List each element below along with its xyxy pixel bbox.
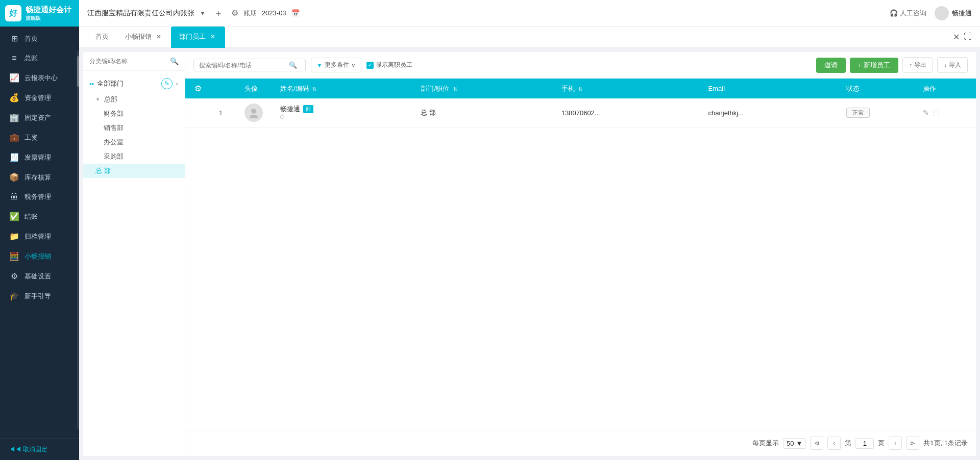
close-all-tabs-icon[interactable]: ✕ [953, 32, 960, 42]
dept-item-selected-zongbu[interactable]: 总 部 [83, 164, 185, 178]
user-name: 畅捷通 [952, 9, 972, 18]
sidebar-item-basic-settings[interactable]: ⚙ 基础设置 [0, 266, 79, 286]
dept-edit-icon[interactable]: ✎ [161, 78, 173, 89]
company-dropdown-icon[interactable]: ▼ [200, 10, 206, 17]
dept-root-all[interactable]: ▪▪ 全部部门 ✎ « [83, 75, 185, 92]
ledger-icon: ≡ [9, 54, 19, 63]
dept-item-xiaoshoubu[interactable]: 销售部 [83, 121, 185, 135]
table-settings-icon[interactable]: ⚙ [194, 84, 202, 93]
company-name[interactable]: 江西服宝精品有限责任公司内账张 [87, 9, 194, 18]
logout-icon[interactable]: ⬚ [933, 109, 940, 117]
action-icons: ✎ ⬚ [923, 109, 968, 117]
sidebar-item-general-ledger[interactable]: ≡ 总账 [0, 48, 79, 68]
svg-point-0 [251, 109, 256, 114]
sidebar-scrollbar-thumb [77, 56, 79, 87]
import-icon: ↓ [944, 62, 947, 69]
page-total: 共1页, 1条记录 [923, 439, 968, 448]
guide-icon: 🎓 [9, 291, 19, 301]
avatar [935, 6, 949, 20]
dept-search-input[interactable] [89, 58, 167, 65]
show-resigned-label[interactable]: ✓ 显示离职员工 [366, 61, 412, 69]
dept-collapse-icon[interactable]: « [176, 81, 179, 87]
row-phone: 138070602... [553, 98, 700, 127]
main-area: 江西服宝精品有限责任公司内账张 ▼ ＋ ⚙ 账期 2023-03 📅 🎧 人工咨… [79, 0, 980, 460]
col-email: Email [700, 79, 838, 98]
pagination: 每页显示 50 ▼ ⊲ ‹ 第 页 › ⊳ 共1页, 1条记录 [185, 430, 976, 456]
tab-home[interactable]: 首页 [87, 27, 117, 48]
col-phone[interactable]: 手机 ⇅ [553, 79, 700, 98]
dept-item-caiwubu[interactable]: 财务部 [83, 107, 185, 121]
prev-page-button[interactable]: ‹ [827, 437, 841, 450]
expand-icon[interactable]: ⛶ [964, 32, 972, 42]
invoice-icon: 🧾 [9, 152, 19, 162]
sidebar-item-reports[interactable]: 📈 云报表中心 [0, 68, 79, 88]
checkout-icon: ✅ [9, 212, 19, 221]
dept-search-icon[interactable]: 🔍 [170, 57, 179, 65]
invite-button[interactable]: 邀请 [816, 58, 846, 73]
sidebar-scrollbar[interactable] [77, 51, 79, 429]
sidebar-item-funds[interactable]: 💰 资金管理 [0, 88, 79, 108]
next-page-button[interactable]: › [889, 437, 902, 450]
sidebar-item-checkout[interactable]: ✅ 结账 [0, 207, 79, 226]
headset-icon: 🎧 [890, 9, 898, 17]
row-actions: ✎ ⬚ [915, 98, 976, 127]
table-row: 1 畅捷通 部 0 总 部 138070602... chanjethkj... [185, 98, 976, 127]
dropdown-arrow-icon: ∨ [351, 62, 356, 69]
add-account-button[interactable]: ＋ [211, 7, 226, 19]
col-settings[interactable]: ⚙ [185, 79, 211, 98]
calendar-icon[interactable]: 📅 [291, 9, 300, 17]
page-number-input[interactable] [855, 438, 874, 449]
employee-code: 0 [280, 114, 404, 121]
support-button[interactable]: 🎧 人工咨询 [890, 9, 926, 18]
sidebar-item-home[interactable]: ⊞ 首页 [0, 29, 79, 48]
page-size-dropdown-icon: ▼ [796, 440, 802, 447]
col-actions: 操作 [915, 79, 976, 98]
first-page-button[interactable]: ⊲ [810, 437, 823, 450]
last-page-button[interactable]: ⊳ [906, 437, 919, 450]
col-status: 状态 [838, 79, 915, 98]
sidebar-item-invoice[interactable]: 🧾 发票管理 [0, 147, 79, 167]
sidebar-item-tax[interactable]: 🏛 税务管理 [0, 187, 79, 207]
fixed-assets-icon: 🏢 [9, 113, 19, 122]
department-tree: ▪▪ 全部部门 ✎ « 总部 财务部 销售部 办公室 [83, 71, 185, 456]
user-area[interactable]: 畅捷通 [935, 6, 972, 20]
edit-icon[interactable]: ✎ [923, 109, 929, 117]
page-size-select[interactable]: 50 ▼ [783, 438, 806, 449]
dept-item-bangongshi[interactable]: 办公室 [83, 135, 185, 149]
status-badge: 正常 [846, 108, 870, 118]
account-settings-icon[interactable]: ⚙ [231, 8, 238, 18]
col-dept-position[interactable]: 部门/职位 ⇅ [412, 79, 553, 98]
row-status: 正常 [838, 98, 915, 127]
import-button[interactable]: ↓ 导入 [937, 57, 968, 73]
more-filter-button[interactable]: ▼ 更多条件 ∨ [311, 58, 361, 72]
avatar [244, 104, 263, 122]
row-dept-position: 总 部 [412, 98, 553, 127]
tab-close-bumenemployee[interactable]: ✕ [209, 33, 217, 41]
employee-search-icon[interactable]: 🔍 [289, 61, 297, 69]
sidebar-item-salary[interactable]: 💼 工资 [0, 127, 79, 147]
baoxiao-icon: 🧮 [9, 251, 19, 261]
tab-xiaochangbaoxiao[interactable]: 小畅报销 ✕ [117, 27, 171, 48]
show-resigned-checkbox[interactable]: ✓ [366, 62, 374, 69]
sidebar-item-inventory[interactable]: 📦 库存核算 [0, 167, 79, 187]
col-name-code[interactable]: 姓名/编码 ⇅ [272, 79, 412, 98]
employee-search-input[interactable] [199, 62, 286, 69]
sidebar-item-fixed-assets[interactable]: 🏢 固定资产 [0, 108, 79, 127]
sidebar: 好 畅捷通好会计 旗舰版 ⊞ 首页 ≡ 总账 📈 云报表中心 💰 资金管理 🏢 … [0, 0, 79, 460]
dept-search-box: 🔍 [83, 52, 185, 71]
add-employee-button[interactable]: + 新增员工 [850, 58, 898, 73]
tab-close-xiaochangbaoxiao[interactable]: ✕ [155, 33, 163, 41]
table-header-row: ⚙ 头像 姓名/编码 ⇅ 部门/职位 ⇅ [185, 79, 976, 98]
tab-bumenemployee[interactable]: 部门员工 ✕ [171, 27, 225, 48]
sidebar-item-newbie-guide[interactable]: 🎓 新手引导 [0, 286, 79, 306]
top-header-right: 🎧 人工咨询 畅捷通 [890, 6, 972, 20]
export-button[interactable]: ↑ 导出 [902, 57, 933, 73]
logo-icon: 好 [5, 5, 21, 21]
employee-table: ⚙ 头像 姓名/编码 ⇅ 部门/职位 ⇅ [185, 79, 976, 127]
cancel-fixed-button[interactable]: ◀◀ 取消固定 [0, 439, 79, 460]
sidebar-item-archive[interactable]: 📁 归档管理 [0, 226, 79, 246]
export-icon: ↑ [909, 62, 912, 69]
sidebar-item-xiaochangbaoxiao[interactable]: 🧮 小畅报销 [0, 246, 79, 266]
dept-item-zongbu[interactable]: 总部 [83, 92, 185, 107]
dept-item-caigobu[interactable]: 采购部 [83, 149, 185, 164]
